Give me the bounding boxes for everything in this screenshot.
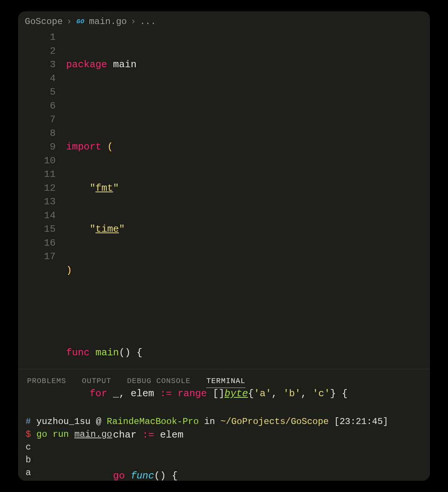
code-token: () xyxy=(119,346,130,360)
go-file-icon: GO xyxy=(76,18,85,25)
code-token: { xyxy=(131,346,142,360)
terminal-output-line: b xyxy=(26,455,31,465)
terminal-command: go run xyxy=(36,429,69,439)
code-token xyxy=(107,58,113,72)
code-token: main xyxy=(113,58,136,72)
code-token: fmt xyxy=(95,181,113,195)
terminal-time: [23:21:45] xyxy=(334,417,388,427)
breadcrumb-root[interactable]: GoScope xyxy=(25,17,63,27)
line-number: 1 xyxy=(18,30,56,44)
tab-problems[interactable]: PROBLEMS xyxy=(27,377,66,388)
code-token: main xyxy=(95,346,119,360)
chevron-right-icon: › xyxy=(67,17,72,27)
breadcrumb-tail[interactable]: ... xyxy=(140,17,156,27)
terminal-in: in xyxy=(204,417,215,427)
terminal-output-line: c xyxy=(26,442,31,452)
code-token: " xyxy=(113,181,119,195)
line-number: 16 xyxy=(18,236,56,250)
code-token: import xyxy=(66,140,101,154)
line-number: 3 xyxy=(18,58,56,72)
breadcrumb-file[interactable]: main.go xyxy=(89,17,127,27)
terminal-output-line: a xyxy=(26,468,31,478)
terminal-user: yuzhou_1su xyxy=(36,417,91,427)
terminal-prompt-hash: # xyxy=(26,417,31,427)
code-token: func xyxy=(66,346,89,360)
line-number: 6 xyxy=(18,99,56,113)
code-token: " xyxy=(89,181,95,195)
code-token: ( xyxy=(107,140,113,154)
tab-debug-console[interactable]: DEBUG CONSOLE xyxy=(127,377,191,388)
line-number: 7 xyxy=(18,113,56,127)
code-token: " xyxy=(89,222,95,236)
code-token: package xyxy=(66,58,107,72)
line-number: 8 xyxy=(18,127,56,140)
terminal-arg: main.go xyxy=(74,429,112,439)
line-number: 10 xyxy=(18,154,56,168)
line-number: 5 xyxy=(18,85,56,99)
line-number: 2 xyxy=(18,44,56,58)
line-number: 9 xyxy=(18,140,56,154)
terminal-path: ~/GoProjects/GoScope xyxy=(221,417,329,427)
code-token: time xyxy=(95,222,119,236)
line-number: 12 xyxy=(18,181,56,195)
code-token: " xyxy=(119,222,125,236)
breadcrumb[interactable]: GoScope › GO main.go › ... xyxy=(18,11,430,30)
terminal-panel[interactable]: # yuzhou_1su @ RaindeMacBook-Pro in ~/Go… xyxy=(18,400,430,481)
line-number: 17 xyxy=(18,250,56,264)
chevron-right-icon: › xyxy=(130,17,136,27)
terminal-prompt-dollar: $ xyxy=(26,429,31,439)
tab-output[interactable]: OUTPUT xyxy=(82,377,111,388)
terminal-host: RaindeMacBook-Pro xyxy=(107,417,199,427)
line-number: 15 xyxy=(18,222,56,236)
terminal-at: @ xyxy=(96,417,101,427)
code-token: ) xyxy=(66,264,72,278)
line-number: 4 xyxy=(18,72,56,86)
tab-terminal[interactable]: TERMINAL xyxy=(206,377,245,388)
line-number: 14 xyxy=(18,209,56,223)
editor-window: GoScope › GO main.go › ... 1 2 3 4 5 6 7… xyxy=(18,11,430,481)
line-number: 11 xyxy=(18,168,56,181)
panel-tab-bar: PROBLEMS OUTPUT DEBUG CONSOLE TERMINAL xyxy=(18,369,430,393)
line-number: 13 xyxy=(18,195,56,209)
